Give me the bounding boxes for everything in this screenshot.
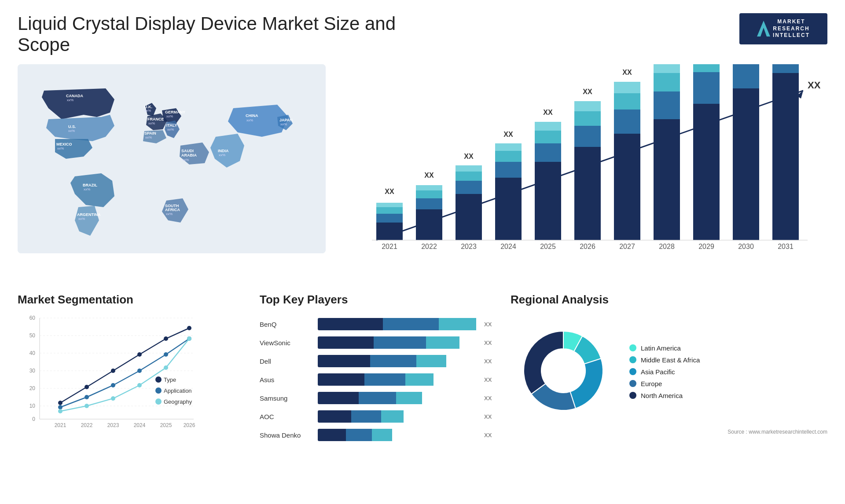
player-bar [318, 410, 479, 423]
svg-text:0: 0 [32, 416, 35, 422]
svg-point-137 [155, 387, 162, 394]
svg-text:XX: XX [424, 172, 434, 179]
svg-rect-38 [376, 223, 403, 240]
svg-text:Geography: Geography [164, 398, 192, 405]
world-map: CANADA xx% U.S. xx% MEXICO xx% BRAZIL xx… [18, 64, 326, 253]
svg-rect-90 [733, 64, 759, 88]
player-row: DellXX [260, 355, 497, 367]
player-bar [318, 373, 479, 386]
svg-text:Type: Type [164, 376, 176, 383]
svg-rect-45 [416, 198, 442, 209]
svg-rect-71 [574, 101, 601, 111]
svg-text:xx%: xx% [68, 129, 75, 133]
svg-text:xx%: xx% [145, 135, 152, 139]
svg-point-135 [155, 376, 162, 383]
svg-rect-44 [416, 209, 442, 240]
svg-rect-62 [535, 162, 561, 240]
svg-point-126 [137, 369, 142, 373]
svg-text:ITALY: ITALY [166, 123, 177, 128]
svg-text:FRANCE: FRANCE [147, 117, 164, 121]
svg-point-120 [137, 352, 142, 357]
map-svg: CANADA xx% U.S. xx% MEXICO xx% BRAZIL xx… [18, 64, 326, 253]
svg-point-130 [84, 404, 89, 408]
svg-text:INDIA: INDIA [218, 149, 229, 153]
svg-point-123 [58, 405, 62, 409]
page-title: Liquid Crystal Display Device Market Siz… [18, 13, 414, 55]
svg-text:xx%: xx% [67, 98, 73, 102]
svg-text:xx%: xx% [182, 158, 189, 162]
legend-color-swatch [629, 392, 636, 399]
svg-point-129 [58, 409, 62, 413]
svg-text:10: 10 [29, 403, 36, 409]
svg-text:SPAIN: SPAIN [144, 131, 156, 135]
player-name: AOC [260, 413, 312, 420]
svg-point-127 [164, 352, 168, 357]
svg-text:U.S.: U.S. [68, 124, 76, 129]
segmentation-section: Market Segmentation 60 50 40 30 20 10 0 [18, 293, 246, 469]
donut-legend-item: Europe [629, 380, 700, 387]
svg-text:2025: 2025 [540, 243, 556, 250]
legend-label: Latin America [641, 344, 681, 352]
player-bar [318, 429, 479, 441]
svg-point-124 [84, 395, 89, 399]
segmentation-title: Market Segmentation [18, 293, 246, 307]
svg-rect-85 [693, 104, 720, 240]
svg-text:2024: 2024 [134, 422, 146, 428]
player-xx-label: XX [484, 358, 497, 365]
player-xx-label: XX [484, 413, 497, 420]
svg-rect-40 [376, 207, 403, 214]
svg-point-125 [111, 383, 115, 387]
player-xx-label: XX [484, 395, 497, 402]
player-name: Samsung [260, 394, 312, 402]
svg-rect-75 [614, 110, 640, 134]
svg-text:xx%: xx% [219, 153, 225, 157]
source-text: Source : www.marketresearchintellect.com [511, 429, 827, 435]
svg-rect-81 [654, 91, 680, 119]
svg-text:JAPAN: JAPAN [279, 118, 293, 122]
svg-rect-53 [456, 165, 482, 172]
svg-rect-41 [376, 203, 403, 207]
svg-rect-64 [535, 131, 561, 143]
player-bar [318, 336, 479, 349]
svg-text:xx%: xx% [167, 128, 174, 131]
svg-rect-82 [654, 73, 680, 91]
svg-text:CHINA: CHINA [246, 113, 258, 118]
donut-legend: Latin AmericaMiddle East & AfricaAsia Pa… [629, 344, 700, 399]
svg-text:40: 40 [29, 350, 36, 356]
donut-legend-item: Asia Pacific [629, 368, 700, 376]
donut-chart [511, 318, 616, 425]
svg-text:60: 60 [29, 315, 36, 321]
svg-text:20: 20 [29, 385, 36, 391]
svg-rect-68 [574, 147, 601, 240]
svg-point-133 [164, 365, 168, 370]
svg-text:BRAZIL: BRAZIL [83, 183, 97, 187]
player-row: BenQXX [260, 318, 497, 330]
svg-text:XX: XX [808, 80, 821, 91]
svg-rect-52 [456, 172, 482, 181]
svg-text:GERMANY: GERMANY [165, 110, 185, 114]
player-name: Asus [260, 376, 312, 383]
svg-text:2027: 2027 [619, 243, 635, 250]
svg-text:xx%: xx% [78, 217, 85, 221]
svg-text:2023: 2023 [461, 243, 477, 250]
svg-rect-86 [693, 72, 720, 104]
svg-text:AFRICA: AFRICA [165, 208, 180, 212]
svg-text:2028: 2028 [659, 243, 675, 250]
svg-text:2021: 2021 [55, 422, 66, 428]
svg-text:XX: XX [503, 131, 513, 138]
svg-text:2022: 2022 [421, 243, 437, 250]
svg-rect-50 [456, 194, 482, 240]
donut-legend-item: Middle East & Africa [629, 356, 700, 364]
svg-text:xx%: xx% [57, 146, 64, 150]
svg-point-118 [84, 385, 89, 389]
svg-rect-65 [535, 122, 561, 131]
player-xx-label: XX [484, 321, 497, 328]
svg-marker-0 [757, 21, 770, 37]
svg-point-119 [111, 369, 115, 373]
svg-point-122 [187, 326, 191, 330]
donut-container: Latin AmericaMiddle East & AfricaAsia Pa… [511, 314, 827, 425]
legend-color-swatch [629, 344, 636, 351]
logo-line3: INTELLECT [773, 32, 810, 39]
player-row: SamsungXX [260, 392, 497, 404]
legend-label: Middle East & Africa [641, 356, 700, 364]
